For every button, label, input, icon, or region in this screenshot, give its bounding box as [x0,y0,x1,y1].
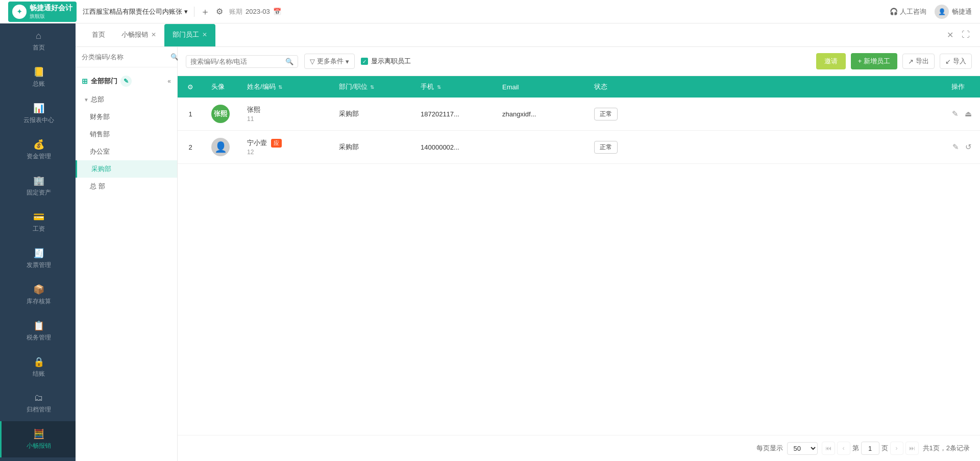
filter-button[interactable]: ▽ 更多条件 ▾ [304,54,355,69]
tab-dept-label: 部门员工 [173,30,199,39]
dept-finance-label: 财务部 [90,112,110,122]
col-email: Email [494,76,586,98]
row2-edit-icon[interactable]: ✎ [952,142,959,152]
tab-dept[interactable]: 部门员工 ✕ [164,24,215,46]
row1-status: 正常 [594,108,618,120]
row2-avatar-cell: 👤 [203,131,239,164]
row2-email-cell [494,131,586,164]
expand-icon: ▼ [84,97,89,103]
dept-node-office[interactable]: 办公室 [76,143,177,160]
col-name[interactable]: 姓名/编码 ⇅ [239,76,331,98]
row1-logout-icon[interactable]: ⏏ [965,109,972,118]
topbar: ✦ 畅捷通好会计 旗舰版 江西服宝精品有限责任公司内账张 ▾ ＋ ⚙ 账期 20… [0,0,980,23]
row2-phone: 140000002... [421,143,459,151]
settings-col-icon: ⚙ [187,83,193,91]
dept-search-input[interactable] [82,53,167,61]
page-size-select[interactable]: 50 10 20 100 [787,442,818,455]
col-actions: 操作 [688,76,980,98]
page-input[interactable] [861,442,879,455]
import-label: 导入 [953,57,966,66]
sidebar-item-fund[interactable]: 💰 资金管理 [0,132,76,168]
dept-node-finance[interactable]: 财务部 [76,108,177,126]
sidebar-item-close[interactable]: 🔒 结账 [0,349,76,385]
row1-name-cell: 张熙 11 [239,98,331,131]
toolbar-right: 邀请 + 新增员工 ↗ 导出 ↙ 导入 [816,53,972,69]
col-settings[interactable]: ⚙ [178,76,203,98]
dept-collapse-icon[interactable]: « [167,78,171,85]
sidebar-item-assets[interactable]: 🏢 固定资产 [0,168,76,204]
page-navigation: ⏮ ‹ 第 页 › ⏭ [822,442,919,455]
archive-icon: 🗂 [34,393,43,403]
phone-sort-icon[interactable]: ⇅ [437,84,441,90]
sidebar-item-ledger[interactable]: 📒 总账 [0,59,76,95]
sidebar-item-invoice[interactable]: 🧾 发票管理 [0,240,76,277]
tab-home[interactable]: 首页 [84,24,113,46]
fund-icon: 💰 [33,139,44,150]
export-button[interactable]: ↗ 导出 [902,54,935,69]
period-display: 账期 2023-03 📅 [229,7,281,16]
search-icon[interactable]: 🔍 [285,58,293,65]
page-suffix: 页 [881,444,888,453]
export-icon: ↗ [908,58,914,65]
sidebar-item-home[interactable]: ⌂ 首页 [0,23,76,59]
add-employee-button[interactable]: + 新增员工 [851,53,897,69]
row1-index: 1 [178,98,203,131]
sidebar-item-label: 库存核算 [27,297,51,306]
page-size-label: 每页显示 [756,444,783,453]
dept-node-sales[interactable]: 销售部 [76,126,177,143]
dept-node-general[interactable]: 总 部 [76,178,177,195]
name-sort-icon[interactable]: ⇅ [278,84,282,90]
sidebar-item-salary[interactable]: 💳 工资 [0,204,76,240]
company-selector[interactable]: 江西服宝精品有限责任公司内账张 ▾ [83,7,188,16]
dept-sort-icon[interactable]: ⇅ [370,84,374,90]
logo-sub: 旗舰版 [30,13,72,20]
dept-edit-icon[interactable]: ✎ [120,76,132,87]
sidebar: ⌂ 首页 📒 总账 📊 云报表中心 💰 资金管理 🏢 固定资产 💳 工资 🧾 发… [0,23,76,461]
row1-edit-icon[interactable]: ✎ [952,109,959,118]
search-input[interactable] [190,58,282,65]
invite-button[interactable]: 邀请 [816,53,846,69]
dept-node-headquarters[interactable]: ▼ 总部 [76,91,177,108]
dept-all-button[interactable]: ⊞ 全部部门 ✎ « [76,71,177,91]
dropdown-icon: ▾ [184,8,188,15]
sidebar-item-reports[interactable]: 📊 云报表中心 [0,95,76,132]
prev-page-button[interactable]: ‹ [837,442,850,455]
sidebar-item-settings[interactable]: ⚙ 基础设置 [0,457,76,461]
sidebar-item-label: 总账 [33,80,45,88]
sidebar-item-inventory[interactable]: 📦 库存核算 [0,277,76,313]
tab-bar-controls: ✕ ⛶ [945,28,972,42]
tab-maximize-icon[interactable]: ⛶ [960,28,972,42]
sidebar-item-tax[interactable]: 📋 税务管理 [0,313,76,349]
last-page-button[interactable]: ⏭ [905,442,919,455]
dept-node-purchase[interactable]: 采购部 [76,160,177,178]
tab-close-icon[interactable]: ✕ [945,28,955,42]
calendar-icon[interactable]: 📅 [273,8,281,15]
next-page-button[interactable]: › [890,442,903,455]
row1-avatar-cell: 张熙 [203,98,239,131]
row2-refresh-icon[interactable]: ↺ [965,142,972,152]
row1-actions: ✎ ⏏ [696,109,972,118]
app-logo[interactable]: ✦ 畅捷通好会计 旗舰版 [8,2,77,22]
first-page-button[interactable]: ⏮ [822,442,835,455]
page-total: 共1页，2条记录 [923,444,970,453]
topbar-divider-1 [194,7,194,17]
tab-expense-close[interactable]: ✕ [151,31,156,38]
settings-button[interactable]: ⚙ [216,7,223,16]
row2-index: 2 [178,131,203,164]
close-acct-icon: 🔒 [33,356,44,368]
tab-home-label: 首页 [92,30,105,39]
tab-expense[interactable]: 小畅报销 ✕ [113,24,164,46]
table-area: 🔍 ▽ 更多条件 ▾ ✓ 显示离职员工 邀请 + 新增员工 [178,47,980,461]
tab-dept-close[interactable]: ✕ [202,31,207,38]
col-dept[interactable]: 部门/职位 ⇅ [331,76,412,98]
show-resigned-checkbox[interactable]: ✓ 显示离职员工 [361,57,411,66]
add-tab-button[interactable]: ＋ [201,6,210,18]
service-button[interactable]: 🎧 人工咨询 [890,7,926,16]
user-menu[interactable]: 👤 畅捷通 [935,5,972,19]
sidebar-item-xiaochang[interactable]: 🧮 小畅报销 [0,421,76,457]
table-body: 1 张熙 张熙 11 [178,98,980,164]
col-phone[interactable]: 手机 ⇅ [412,76,494,98]
import-button[interactable]: ↙ 导入 [940,54,972,69]
sidebar-item-archive[interactable]: 🗂 归档管理 [0,385,76,421]
row2-phone-cell: 140000002... [412,131,494,164]
